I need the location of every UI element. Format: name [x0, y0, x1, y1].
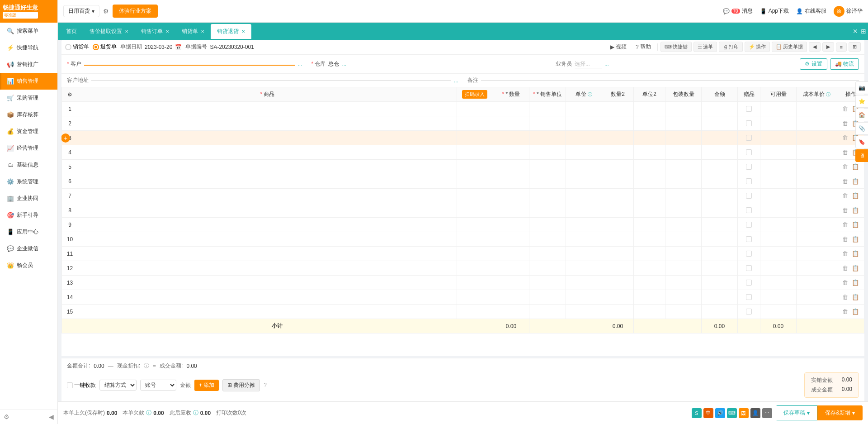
unit2-cell-7[interactable] — [634, 189, 665, 203]
unit-cell-5[interactable] — [529, 160, 566, 174]
video-btn[interactable]: ▶ 视频 — [607, 42, 630, 52]
footer-icon-6[interactable]: 👤 — [750, 408, 760, 418]
amount-cell-5[interactable] — [702, 160, 738, 174]
qty2-cell-4[interactable] — [602, 145, 634, 160]
product-cell-5[interactable] — [78, 160, 457, 174]
avail-cell-12[interactable] — [760, 261, 797, 276]
col-settings-icon[interactable]: ⚙ — [62, 87, 78, 102]
staff-dots[interactable]: ... — [604, 61, 609, 67]
right-panel-btn-5[interactable]: 🔖 — [855, 136, 868, 148]
right-panel-btn-6[interactable]: 🖥 — [855, 149, 868, 162]
avail-cell-7[interactable] — [760, 189, 797, 203]
sidebar-item-sales[interactable]: 📊 销售管理 — [0, 73, 57, 90]
col-scan[interactable]: 扫码录入 — [457, 87, 493, 102]
price-cell-10[interactable] — [566, 232, 602, 247]
unit-cell-8[interactable] — [529, 203, 566, 218]
fee-split-btn[interactable]: ⊞ 费用分摊 — [222, 379, 260, 391]
cost-cell-11[interactable] — [797, 247, 837, 261]
footer-icon-7[interactable]: ⋯ — [762, 408, 772, 418]
pack-cell-13[interactable] — [665, 276, 702, 290]
tab-sales-price[interactable]: 售价提取设置 ✕ — [83, 24, 135, 39]
sidebar-item-marketing[interactable]: 📢 营销推广 — [0, 56, 57, 73]
unit2-cell-2[interactable] — [634, 116, 665, 131]
cost-cell-3[interactable] — [797, 131, 837, 145]
sidebar-settings-btn[interactable]: ⚙ — [4, 413, 9, 420]
one-click-payment-checkbox[interactable]: 一键收款 — [67, 381, 96, 389]
gift-cb-12[interactable] — [746, 265, 752, 271]
gift-cb-11[interactable] — [746, 251, 752, 257]
price-cell-5[interactable] — [566, 160, 602, 174]
radio-return[interactable]: 退货单 — [93, 43, 117, 51]
qty2-cell-11[interactable] — [602, 247, 634, 261]
product-cell-2[interactable] — [78, 116, 457, 131]
qty2-cell-1[interactable] — [602, 102, 634, 116]
unit-cell-4[interactable] — [529, 145, 566, 160]
copy-icon-5[interactable]: 📋 — [852, 163, 859, 170]
pack-cell-1[interactable] — [665, 102, 702, 116]
amount-cell-14[interactable] — [702, 290, 738, 305]
calendar-icon[interactable]: 📅 — [175, 44, 182, 50]
unit2-cell-15[interactable] — [634, 305, 665, 319]
gift-cell-14[interactable] — [738, 290, 760, 305]
copy-icon-12[interactable]: 📋 — [852, 265, 859, 272]
copy-icon-14[interactable]: 📋 — [852, 294, 859, 300]
avail-cell-14[interactable] — [760, 290, 797, 305]
gift-cb-13[interactable] — [746, 280, 752, 286]
gift-cb-8[interactable] — [746, 207, 752, 213]
tab-sales-order[interactable]: 销售订单 ✕ — [135, 24, 175, 39]
unit2-cell-6[interactable] — [634, 174, 665, 189]
amount-cell-12[interactable] — [702, 261, 738, 276]
product-cell-9[interactable] — [78, 218, 457, 232]
cost-cell-6[interactable] — [797, 174, 837, 189]
delete-icon-8[interactable]: 🗑 — [842, 207, 848, 214]
sidebar-item-shortcut[interactable]: ⚡ 快捷导航 — [0, 39, 57, 56]
amount-cell-15[interactable] — [702, 305, 738, 319]
unit2-cell-3[interactable] — [634, 131, 665, 145]
unit2-cell-1[interactable] — [634, 102, 665, 116]
amount-cell-7[interactable] — [702, 189, 738, 203]
cost-cell-8[interactable] — [797, 203, 837, 218]
delete-icon-5[interactable]: 🗑 — [842, 163, 848, 170]
cost-cell-14[interactable] — [797, 290, 837, 305]
price-cell-2[interactable] — [566, 116, 602, 131]
cost-cell-13[interactable] — [797, 276, 837, 290]
qty-cell-10[interactable] — [493, 232, 529, 247]
app-download-btn[interactable]: 📱 App下载 — [760, 7, 789, 15]
unit-cell-1[interactable] — [529, 102, 566, 116]
cost-cell-4[interactable] — [797, 145, 837, 160]
user-profile-btn[interactable]: 徐 徐泽华 — [834, 6, 863, 17]
price-cell-3[interactable] — [566, 131, 602, 145]
copy-icon-10[interactable]: 📋 — [852, 236, 859, 243]
amount-cell-8[interactable] — [702, 203, 738, 218]
sidebar-item-finance[interactable]: 💰 资金管理 — [0, 123, 57, 140]
qty-cell-1[interactable] — [493, 102, 529, 116]
sidebar-collapse-btn[interactable]: ◀ — [49, 413, 54, 420]
gift-cb-14[interactable] — [746, 294, 752, 300]
gift-cell-8[interactable] — [738, 203, 760, 218]
gift-cb-3[interactable] — [746, 135, 752, 141]
right-panel-btn-4[interactable]: 📎 — [855, 122, 868, 135]
qty-cell-6[interactable] — [493, 174, 529, 189]
footer-icon-4[interactable]: ⌨ — [727, 408, 737, 418]
sidebar-item-operations[interactable]: 📈 经营管理 — [0, 140, 57, 157]
price-cell-1[interactable] — [566, 102, 602, 116]
product-cell-6[interactable] — [78, 174, 457, 189]
unit-cell-7[interactable] — [529, 189, 566, 203]
product-cell-8[interactable] — [78, 203, 457, 218]
right-panel-btn-3[interactable]: 🏠 — [855, 109, 868, 121]
radio-delivery[interactable]: 销货单 — [65, 43, 89, 51]
tab-close-sales-order[interactable]: ✕ — [165, 29, 169, 34]
copy-icon-7[interactable]: 📋 — [852, 192, 859, 199]
cost-cell-1[interactable] — [797, 102, 837, 116]
sidebar-item-inventory[interactable]: 📦 库存核算 — [0, 106, 57, 123]
gift-cb-7[interactable] — [746, 193, 752, 199]
amount-cell-6[interactable] — [702, 174, 738, 189]
avail-cell-13[interactable] — [760, 276, 797, 290]
qty-cell-8[interactable] — [493, 203, 529, 218]
gift-cb-6[interactable] — [746, 178, 752, 184]
product-cell-15[interactable] — [78, 305, 457, 319]
qty-cell-9[interactable] — [493, 218, 529, 232]
product-input-3[interactable] — [82, 134, 453, 141]
right-panel-btn-2[interactable]: ⭐ — [855, 95, 868, 108]
fee-help-icon[interactable]: ? — [264, 382, 267, 388]
